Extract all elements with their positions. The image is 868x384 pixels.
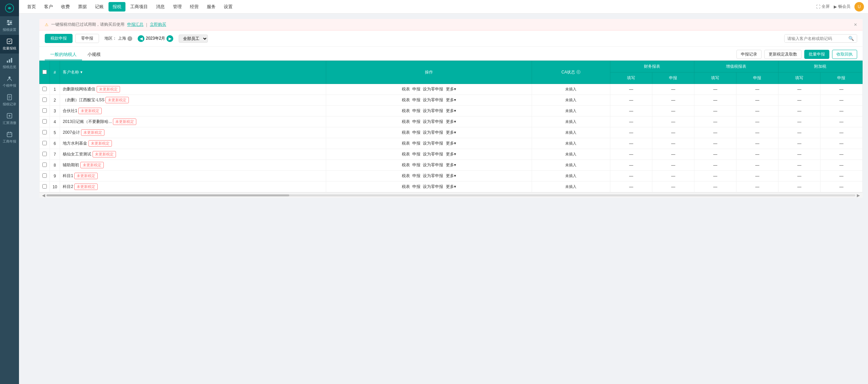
sidebar-item-batch-tax[interactable]: 批量报税 (0, 35, 19, 54)
row-cell-2-1: — (652, 106, 694, 116)
row-op-9-3[interactable]: 更多▾ (446, 184, 456, 189)
select-all-checkbox[interactable] (42, 70, 47, 74)
action-update-btn[interactable]: 更新税定及取数 (764, 50, 802, 59)
sidebar-item-tax-records[interactable]: 报税记录 (0, 91, 19, 109)
row-op-7-0[interactable]: 税表 (402, 163, 410, 167)
row-checkbox-9[interactable] (42, 184, 47, 189)
row-checkbox-6[interactable] (42, 152, 47, 156)
alert-link-buy[interactable]: 立即购买 (150, 22, 166, 27)
row-op-1-2[interactable]: 设为零申报 (423, 98, 443, 102)
sidebar-item-tax-settings[interactable]: 报税设置 (0, 16, 19, 35)
action-record-btn[interactable]: 申报记录 (736, 50, 762, 59)
row-checkbox-5[interactable] (42, 141, 47, 145)
nav-settings[interactable]: 设置 (220, 0, 237, 14)
row-op-0-0[interactable]: 税表 (402, 87, 410, 91)
row-op-2-1[interactable]: 申报 (412, 108, 420, 113)
row-status-badge-6: 未更新税定 (93, 151, 116, 157)
row-op-7-1[interactable]: 申报 (412, 163, 420, 167)
row-op-5-2[interactable]: 设为零申报 (423, 141, 443, 146)
row-op-3-1[interactable]: 申报 (412, 119, 420, 124)
tab-zero-declaration[interactable]: 零申报 (75, 34, 99, 43)
app-logo[interactable] (0, 0, 19, 16)
nav-admin[interactable]: 管理 (169, 0, 186, 14)
alert-close-button[interactable]: ✕ (854, 22, 857, 27)
nav-biz-project[interactable]: 工商项目 (126, 0, 152, 14)
scroll-right-arrow[interactable]: ▶ (857, 193, 860, 198)
row-op-0-2[interactable]: 设为零申报 (423, 87, 443, 91)
sidebar-item-tax-overview[interactable]: 报税总览 (0, 54, 19, 72)
row-op-6-2[interactable]: 设为零申报 (423, 152, 443, 156)
sub-tab-small[interactable]: 小规模 (82, 49, 106, 60)
row-checkbox-3[interactable] (42, 119, 47, 124)
row-op-6-3[interactable]: 更多▾ (446, 152, 456, 156)
sidebar-item-personal-tax[interactable]: 个税申报 (0, 72, 19, 91)
nav-operation[interactable]: 经营 (186, 0, 203, 14)
svg-rect-19 (7, 132, 12, 137)
row-op-4-3[interactable]: 更多▾ (446, 130, 456, 135)
row-checkbox-0[interactable] (42, 87, 47, 91)
nav-invoice[interactable]: 票据 (74, 0, 91, 14)
nav-home[interactable]: 首页 (23, 0, 40, 14)
action-batch-declare-btn[interactable]: 批量申报 (804, 50, 829, 59)
nav-bookkeeping[interactable]: 记账 (91, 0, 108, 14)
action-collect-btn[interactable]: 收取回执 (832, 50, 857, 59)
nav-message[interactable]: 消息 (152, 0, 169, 14)
row-op-5-0[interactable]: 税表 (402, 141, 410, 146)
row-op-7-2[interactable]: 设为零申报 (423, 163, 443, 167)
row-op-5-3[interactable]: 更多▾ (446, 141, 456, 146)
row-checkbox-1[interactable] (42, 98, 47, 102)
row-checkbox-8[interactable] (42, 173, 47, 178)
sidebar-label-personal-tax: 个税申报 (3, 83, 16, 88)
row-op-3-2[interactable]: 设为零申报 (423, 119, 443, 124)
row-op-4-0[interactable]: 税表 (402, 130, 410, 135)
row-op-8-3[interactable]: 更多▾ (446, 173, 456, 178)
sub-tab-general[interactable]: 一般的纳税人 (45, 49, 82, 60)
row-op-0-3[interactable]: 更多▾ (446, 87, 456, 91)
tab-tax-declaration[interactable]: 税款申报 (45, 34, 73, 43)
location-info-icon[interactable]: i (127, 36, 132, 41)
row-ops-1: 税表 申报 设为零申报 更多▾ (326, 95, 532, 106)
nav-tax[interactable]: 报税 (108, 2, 125, 12)
fullscreen-button[interactable]: ⛶ 全屏 (816, 4, 830, 9)
row-op-0-1[interactable]: 申报 (412, 87, 420, 91)
row-op-7-3[interactable]: 更多▾ (446, 163, 456, 167)
row-op-9-1[interactable]: 申报 (412, 184, 420, 189)
row-op-2-3[interactable]: 更多▾ (446, 108, 456, 113)
row-op-9-2[interactable]: 设为零申报 (423, 184, 443, 189)
row-op-5-1[interactable]: 申报 (412, 141, 420, 146)
row-op-8-1[interactable]: 申报 (412, 173, 420, 178)
date-prev-button[interactable]: ◀ (138, 35, 144, 42)
row-op-2-2[interactable]: 设为零申报 (423, 108, 443, 113)
member-button[interactable]: ▶ 畅会员 (834, 4, 850, 9)
row-op-8-0[interactable]: 税表 (402, 173, 410, 178)
sidebar-item-calc-clear[interactable]: 汇算清缴 (0, 109, 19, 128)
search-input[interactable] (785, 35, 846, 42)
row-op-1-0[interactable]: 税表 (402, 98, 410, 102)
row-op-3-3[interactable]: 更多▾ (446, 119, 456, 124)
alert-text: 一键报税功能已过试用期，请购买后使用 (51, 22, 124, 27)
nav-service[interactable]: 服务 (203, 0, 220, 14)
row-op-4-1[interactable]: 申报 (412, 130, 420, 135)
date-next-button[interactable]: ▶ (166, 35, 173, 42)
row-checkbox-2[interactable] (42, 108, 47, 113)
nav-billing[interactable]: 收费 (57, 0, 74, 14)
alert-link-report[interactable]: 申报汇总 (127, 22, 143, 27)
user-avatar[interactable]: U (854, 2, 864, 12)
sidebar-item-biz-annual[interactable]: 工商年报 (0, 128, 19, 147)
row-checkbox-4[interactable] (42, 130, 47, 134)
row-op-9-0[interactable]: 税表 (402, 184, 410, 189)
row-op-1-1[interactable]: 申报 (412, 98, 420, 102)
row-op-2-0[interactable]: 税表 (402, 108, 410, 113)
row-op-6-0[interactable]: 税表 (402, 152, 410, 156)
scroll-left-arrow[interactable]: ◀ (42, 193, 45, 198)
row-op-1-3[interactable]: 更多▾ (446, 98, 456, 102)
row-op-8-2[interactable]: 设为零申报 (423, 173, 443, 178)
row-op-3-0[interactable]: 税表 (402, 119, 410, 124)
dept-dropdown[interactable]: 全部员工 (179, 35, 208, 43)
search-button[interactable]: 🔍 (846, 35, 857, 42)
row-checkbox-7[interactable] (42, 163, 47, 167)
row-num-4: 5 (50, 127, 60, 138)
row-op-4-2[interactable]: 设为零申报 (423, 130, 443, 135)
nav-customer[interactable]: 客户 (40, 0, 57, 14)
row-op-6-1[interactable]: 申报 (412, 152, 420, 156)
